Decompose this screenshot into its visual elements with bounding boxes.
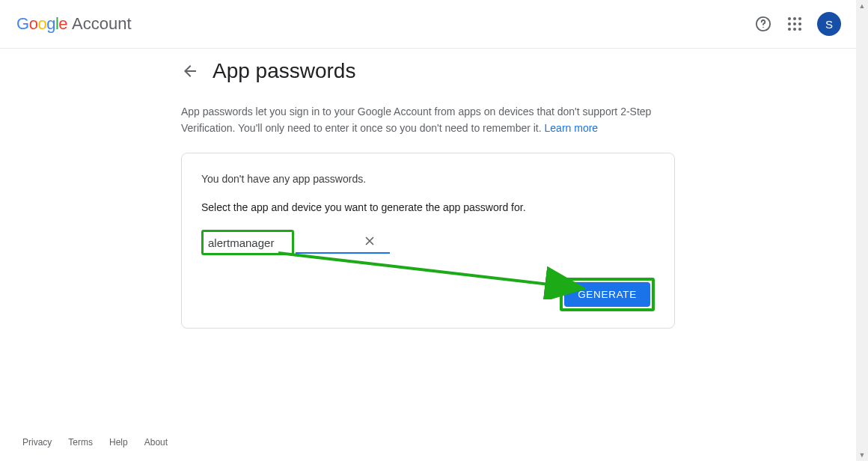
footer-help[interactable]: Help bbox=[109, 437, 128, 448]
generate-button[interactable]: GENERATE bbox=[564, 282, 650, 307]
avatar-letter: S bbox=[825, 18, 833, 31]
page-title: App passwords bbox=[213, 59, 355, 83]
top-actions: S bbox=[754, 12, 841, 36]
back-arrow-icon[interactable] bbox=[181, 62, 199, 80]
learn-more-link[interactable]: Learn more bbox=[545, 122, 599, 134]
help-icon[interactable] bbox=[754, 15, 772, 33]
page-content: App passwords App passwords let you sign… bbox=[181, 59, 675, 329]
input-underline bbox=[296, 252, 390, 254]
app-name-highlight bbox=[201, 230, 294, 255]
app-input-row bbox=[201, 230, 655, 255]
topbar: Google Account S bbox=[0, 0, 856, 48]
account-label: Account bbox=[72, 14, 132, 34]
generate-row: GENERATE bbox=[201, 278, 655, 311]
description: App passwords let you sign in to your Go… bbox=[181, 104, 660, 136]
select-label: Select the app and device you want to ge… bbox=[201, 201, 655, 213]
footer-terms[interactable]: Terms bbox=[68, 437, 93, 448]
scrollbar[interactable]: ▲ ▼ bbox=[856, 0, 868, 461]
divider bbox=[0, 48, 856, 49]
svg-point-1 bbox=[762, 27, 763, 28]
google-logo: Google bbox=[16, 14, 67, 34]
app-passwords-card: You don't have any app passwords. Select… bbox=[181, 153, 675, 329]
scroll-up-icon[interactable]: ▲ bbox=[856, 0, 868, 12]
app-name-input[interactable] bbox=[208, 236, 287, 249]
clear-icon[interactable] bbox=[363, 234, 376, 251]
apps-icon[interactable] bbox=[786, 15, 804, 33]
footer-about[interactable]: About bbox=[144, 437, 168, 448]
footer-privacy[interactable]: Privacy bbox=[22, 437, 52, 448]
footer: Privacy Terms Help About bbox=[22, 437, 168, 448]
empty-state-text: You don't have any app passwords. bbox=[201, 173, 655, 185]
avatar[interactable]: S bbox=[817, 12, 841, 36]
brand: Google Account bbox=[16, 14, 132, 34]
scroll-down-icon[interactable]: ▼ bbox=[856, 449, 868, 461]
generate-highlight: GENERATE bbox=[560, 278, 655, 311]
title-row: App passwords bbox=[181, 59, 675, 83]
